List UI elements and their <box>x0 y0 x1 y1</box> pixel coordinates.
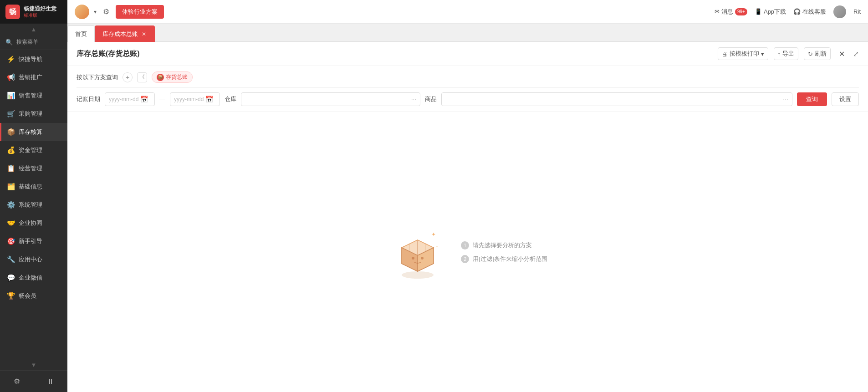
sidebar-item-label: 基础信息 <box>19 183 42 191</box>
sales-icon: 📊 <box>7 92 15 100</box>
sidebar-item-label: 畅会员 <box>19 292 36 300</box>
export-label: 导出 <box>782 50 794 58</box>
tab-home[interactable]: 首页 <box>67 25 95 42</box>
headset-icon: 🎧 <box>793 8 801 15</box>
app-center-icon: 🔧 <box>7 255 15 264</box>
empty-illustration: ✦ · ✦ <box>388 223 447 282</box>
page-header: 库存总账(存货总账) 🖨 按模板打印 ▾ ↑ 导出 ↻ 刷新 ✕ ⤢ <box>67 42 868 66</box>
gear-icon[interactable]: ⚙ <box>101 5 111 18</box>
hint-2-text: 用[过滤]条件来缩小分析范围 <box>473 255 547 263</box>
app-download-icon: 📱 <box>755 8 762 15</box>
print-template-button[interactable]: 🖨 按模板打印 ▾ <box>718 47 768 60</box>
sidebar-item-label: 应用中心 <box>19 255 42 264</box>
tab-close-icon[interactable]: ✕ <box>141 31 147 37</box>
refresh-label: 刷新 <box>815 50 827 58</box>
sidebar-item-label: 系统管理 <box>19 201 42 209</box>
search-menu-item[interactable]: 🔍 搜索菜单 <box>0 35 67 50</box>
audio-bottom-btn[interactable]: ⏸ <box>44 375 57 388</box>
goods-input[interactable]: ··· <box>441 92 792 106</box>
sidebar-menu-list: ⚡ 快捷导航 📢 营销推广 📊 销售管理 🛒 采购管理 📦 库存核算 💰 资金管… <box>0 50 67 360</box>
sidebar: 畅 畅捷通好生意 标准版 ▲ 🔍 搜索菜单 ⚡ 快捷导航 📢 营销推广 📊 销售… <box>0 0 67 392</box>
operation-icon: 📋 <box>7 164 15 173</box>
enterprise-icon: 🤝 <box>7 219 15 227</box>
sidebar-item-label: 新手引导 <box>19 237 42 245</box>
refresh-button[interactable]: ↻ 刷新 <box>804 47 831 60</box>
date-field-label: 记账日期 <box>77 95 100 103</box>
date-start-input[interactable]: yyyy-mm-dd 📅 <box>105 92 155 106</box>
user-name[interactable]: Rit <box>853 8 861 15</box>
sidebar-item-quick-nav[interactable]: ⚡ 快捷导航 <box>0 50 67 68</box>
sidebar-item-label: 采购管理 <box>19 110 42 118</box>
topbar-user-avatar-right[interactable] <box>833 5 846 18</box>
scroll-up-arrow[interactable]: ▲ <box>0 24 67 35</box>
sidebar-bottom: ⚙ ⏸ <box>0 370 67 392</box>
sidebar-item-funds[interactable]: 💰 资金管理 <box>0 141 67 159</box>
search-menu-label: 搜索菜单 <box>16 38 38 46</box>
sidebar-item-label: 资金管理 <box>19 146 42 154</box>
industry-solution-button[interactable]: 体验行业方案 <box>116 5 164 19</box>
online-service-button[interactable]: 🎧 在线客服 <box>793 8 826 16</box>
message-badge: 99+ <box>735 8 747 15</box>
printer-icon: 🖨 <box>722 51 728 57</box>
scroll-down-arrow[interactable]: ▼ <box>0 360 67 370</box>
date-start-placeholder: yyyy-mm-dd <box>109 96 138 102</box>
date-separator: — <box>159 96 165 103</box>
app-download-label: App下载 <box>764 8 786 16</box>
online-service-label: 在线客服 <box>802 8 826 16</box>
message-icon: ✉ <box>715 8 720 15</box>
sidebar-item-enterprise[interactable]: 🤝 企业协同 <box>0 214 67 232</box>
tabs-bar: 首页 库存成本总账 ✕ <box>67 24 868 42</box>
message-button[interactable]: ✉ 消息 99+ <box>715 8 747 16</box>
tab-inventory-cost[interactable]: 库存成本总账 ✕ <box>95 25 155 42</box>
expand-icon[interactable]: ⤢ <box>853 50 859 58</box>
filter-bar: 按以下方案查询 + 《 📦 存货总账 记账日期 yyyy-mm-dd 📅 — y… <box>67 66 868 112</box>
goods-field-label: 商品 <box>425 95 437 103</box>
chevron-down-icon[interactable]: ▾ <box>94 9 97 15</box>
sidebar-item-vip[interactable]: 🏆 畅会员 <box>0 287 67 305</box>
sidebar-item-inventory[interactable]: 📦 库存核算 <box>0 123 67 141</box>
funds-icon: 💰 <box>7 146 15 154</box>
filter-collapse-button[interactable]: 《 <box>137 72 147 82</box>
sidebar-item-app-center[interactable]: 🔧 应用中心 <box>0 250 67 269</box>
query-button[interactable]: 查询 <box>797 92 827 106</box>
wx-icon: 💬 <box>7 274 15 282</box>
date-end-placeholder: yyyy-mm-dd <box>174 96 204 102</box>
date-end-input[interactable]: yyyy-mm-dd 📅 <box>170 92 220 106</box>
hint-1-text: 请先选择要分析的方案 <box>473 241 532 249</box>
sidebar-item-wx[interactable]: 💬 企业微信 <box>0 269 67 287</box>
settings-button[interactable]: 设置 <box>832 92 859 106</box>
goods-more-icon: ··· <box>783 96 788 103</box>
hint-1: 1 请先选择要分析的方案 <box>461 241 547 249</box>
sidebar-item-system[interactable]: ⚙️ 系统管理 <box>0 196 67 214</box>
sidebar-item-newbie[interactable]: 🎯 新手引导 <box>0 232 67 250</box>
svg-point-9 <box>421 257 424 260</box>
panel-close-button[interactable]: ✕ <box>836 48 848 60</box>
sidebar-item-basic[interactable]: 🗂️ 基础信息 <box>0 178 67 196</box>
filter-add-button[interactable]: + <box>123 72 133 82</box>
avatar <box>75 5 89 19</box>
sidebar-item-sales[interactable]: 📊 销售管理 <box>0 87 67 105</box>
filter-scheme-label: 按以下方案查询 <box>77 73 118 81</box>
vip-icon: 🏆 <box>7 292 15 300</box>
warehouse-field-label: 仓库 <box>225 95 236 103</box>
warehouse-input[interactable]: ··· <box>241 92 420 106</box>
topbar-right: ✉ 消息 99+ 📱 App下载 🎧 在线客服 Rit <box>715 5 861 18</box>
page-header-actions: 🖨 按模板打印 ▾ ↑ 导出 ↻ 刷新 ✕ ⤢ <box>718 47 859 60</box>
svg-text:✦: ✦ <box>431 231 436 238</box>
sidebar-item-operation[interactable]: 📋 经营管理 <box>0 159 67 178</box>
inventory-icon: 📦 <box>7 128 15 136</box>
step-1-num: 1 <box>461 241 469 249</box>
svg-text:·: · <box>397 240 398 244</box>
sidebar-item-purchase[interactable]: 🛒 采购管理 <box>0 105 67 123</box>
sidebar-item-label: 企业微信 <box>19 274 42 282</box>
settings-bottom-btn[interactable]: ⚙ <box>11 374 23 388</box>
app-download-button[interactable]: 📱 App下载 <box>755 8 786 16</box>
sidebar-item-marketing[interactable]: 📢 营销推广 <box>0 68 67 87</box>
refresh-icon: ↻ <box>808 51 813 57</box>
content-area: 库存总账(存货总账) 🖨 按模板打印 ▾ ↑ 导出 ↻ 刷新 ✕ ⤢ <box>67 42 868 392</box>
export-button[interactable]: ↑ 导出 <box>774 47 799 60</box>
search-icon: 🔍 <box>5 39 13 46</box>
scheme-tag[interactable]: 📦 存货总账 <box>152 71 193 83</box>
marketing-icon: 📢 <box>7 73 15 81</box>
empty-content: ✦ · ✦ 1 请先选择要分析的方案 2 用[过滤]条件来缩小分析范围 <box>388 223 547 282</box>
